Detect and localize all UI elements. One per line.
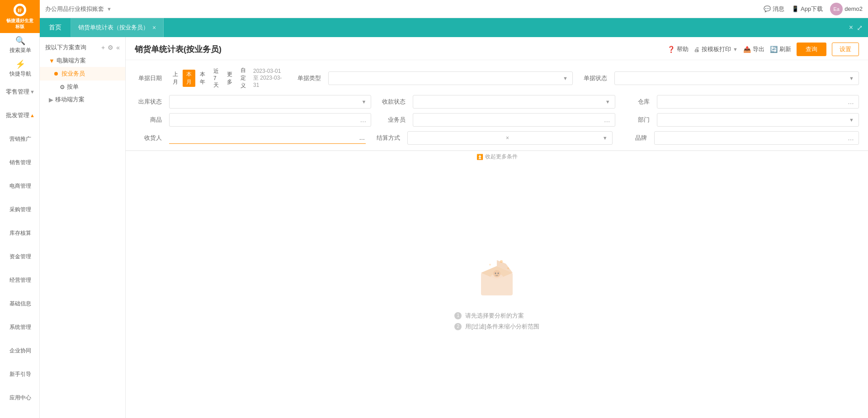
message-label: 消息 [773, 5, 784, 13]
payment-clear-icon[interactable]: × [506, 135, 509, 141]
docstatus-label: 单据状态 [580, 74, 607, 82]
date-tab-this-year[interactable]: 本年 [196, 70, 209, 87]
staff-select[interactable]: … [413, 113, 615, 127]
date-tab-7days[interactable]: 近7天 [210, 66, 222, 90]
doctype-label: 单据类型 [294, 74, 321, 82]
sidebar-item-guide[interactable]: 新手引导 [0, 362, 39, 386]
tab-minimize-btn[interactable]: × [849, 24, 853, 32]
sidebar-item-system[interactable]: 系统管理 [0, 315, 39, 339]
wholesale-arrow: ▲ [30, 113, 35, 118]
date-tab-last-month[interactable]: 上月 [169, 70, 182, 87]
tree-item-pc[interactable]: ▼ 电脑端方案 [40, 54, 125, 67]
topbar-left: 办公用品行业模拟账套 ▼ [45, 5, 112, 13]
receivestatus-select[interactable]: ▼ [413, 95, 615, 109]
tabbar: 首页 销货单统计表（按业务员） × × ⤢ [40, 18, 868, 37]
collapse-icon: ⏫ [476, 154, 483, 160]
payment-select[interactable]: × ▼ [407, 131, 612, 145]
date-control: 上月 本月 本年 近7天 更多 自定义 2023-03-01 至 2023-03… [169, 66, 287, 90]
export-btn[interactable]: 📤 导出 [743, 45, 764, 53]
message-btn[interactable]: 💬 消息 [764, 5, 784, 13]
sidebar-item-sales[interactable]: 销售管理 [0, 151, 39, 174]
help-btn[interactable]: ❓ 帮助 [667, 45, 689, 53]
sidebar-item-search[interactable]: 🔍 搜索菜单 [0, 33, 39, 57]
empty-illustration [470, 250, 524, 304]
tab-active-label: 销货单统计表（按业务员） [78, 24, 149, 32]
consignee-dots-icon: … [359, 134, 365, 141]
basic-label: 基础信息 [9, 300, 31, 308]
date-tab-more[interactable]: 更多 [223, 70, 236, 87]
svg-point-7 [489, 264, 491, 266]
empty-tips: 1 请先选择要分析的方案 2 用[过滤]条件来缩小分析范围 [454, 312, 539, 331]
sidebar-item-wholesale[interactable]: 批发管理 ▲ [0, 104, 39, 127]
brand-label: 品牌 [620, 134, 647, 142]
logo-icon: 好 [14, 4, 26, 16]
sidebar-item-ecommerce[interactable]: 电商管理 [0, 174, 39, 198]
collapse-row: ⏫ 收起更多条件 [126, 151, 868, 162]
consignee-label: 收货人 [135, 134, 162, 142]
sidebar-item-apps[interactable]: 应用中心 [0, 386, 39, 409]
tree-item-mobile-label: 移动端方案 [55, 95, 85, 104]
tree-item-mobile[interactable]: ▶ 移动端方案 [40, 93, 125, 106]
sidebar-item-purchase[interactable]: 采购管理 [0, 198, 39, 221]
outstatus-select[interactable]: ▼ [169, 95, 371, 109]
page-header: 销货单统计表(按业务员) ❓ 帮助 🖨 按模板打印 ▼ 📤 导出 [126, 37, 868, 60]
sidebar-item-label: 快捷导航 [9, 70, 31, 78]
filter-row-2: 出库状态 ▼ 收款状态 ▼ 仓库 … [135, 95, 859, 109]
tree-child-staff[interactable]: 按业务员 [40, 67, 125, 81]
export-label: 导出 [753, 45, 764, 53]
settings-scheme-btn[interactable]: ⚙ [108, 44, 113, 51]
sidebar-item-shortcut[interactable]: ⚡ 快捷导航 [0, 57, 39, 80]
print-btn[interactable]: 🖨 按模板打印 ▼ [694, 45, 738, 53]
sidebar-item-enterprise[interactable]: 企业协同 [0, 339, 39, 362]
tip-text-2: 用[过滤]条件来缩小分析范围 [465, 323, 539, 331]
settings-button[interactable]: 设置 [832, 43, 859, 56]
date-tabs: 上月 本月 本年 近7天 更多 自定义 [169, 66, 250, 90]
outstatus-label: 出库状态 [135, 98, 162, 106]
doctype-dropdown-icon: ▼ [563, 76, 568, 81]
query-button[interactable]: 查询 [797, 43, 826, 56]
tree-child-order[interactable]: ⚙ 按单 [40, 81, 125, 93]
sidebar-item-finance[interactable]: 资金管理 [0, 245, 39, 268]
goods-select[interactable]: … [169, 113, 371, 127]
sidebar-item-marketing[interactable]: 营销推广 [0, 127, 39, 151]
date-tab-custom[interactable]: 自定义 [237, 66, 250, 90]
app-download-btn[interactable]: 📱 App下载 [792, 5, 823, 13]
brand-select[interactable]: … [654, 131, 859, 145]
add-scheme-btn[interactable]: + [101, 44, 105, 51]
dept-select[interactable]: ▼ [657, 113, 859, 127]
sidebar-item-inventory[interactable]: 库存核算 [0, 221, 39, 245]
content-area: 按以下方案查询 + ⚙ « ▼ 电脑端方案 按业务员 ⚙ 按单 [40, 37, 868, 418]
doctype-select[interactable]: ▼ [328, 71, 573, 85]
tab-home[interactable]: 首页 [40, 18, 71, 37]
inventory-label: 库存核算 [9, 229, 31, 237]
sidebar-item-basic[interactable]: 基础信息 [0, 292, 39, 315]
user-menu[interactable]: Ea demo2 [830, 3, 863, 15]
export-icon: 📤 [743, 46, 751, 53]
payment-dropdown-icon: ▼ [603, 135, 608, 141]
svg-point-11 [498, 272, 499, 274]
consignee-input[interactable]: … [169, 132, 366, 144]
page-title: 销货单统计表(按业务员) [135, 44, 222, 55]
main-area: 办公用品行业模拟账套 ▼ 💬 消息 📱 App下载 Ea demo2 首页 [40, 0, 868, 418]
docstatus-select[interactable]: ▼ [614, 71, 859, 85]
tab-active[interactable]: 销货单统计表（按业务员） × [71, 18, 164, 37]
sidebar-item-wechat[interactable]: 企业微信 [0, 409, 39, 418]
empty-state: 1 请先选择要分析的方案 2 用[过滤]条件来缩小分析范围 [126, 162, 868, 418]
tab-maximize-btn[interactable]: ⤢ [857, 24, 863, 32]
sidebar-item-operations[interactable]: 经营管理 [0, 268, 39, 292]
filter-row-3: 商品 … 业务员 … 部门 ▼ [135, 113, 859, 127]
refresh-btn[interactable]: 🔄 刷新 [770, 45, 791, 53]
avatar-text: Ea [834, 6, 840, 12]
account-dropdown-icon[interactable]: ▼ [107, 6, 112, 12]
tab-home-label: 首页 [49, 24, 61, 32]
collapse-panel-btn[interactable]: « [116, 44, 120, 51]
collapse-btn[interactable]: ⏫ 收起更多条件 [476, 153, 518, 161]
help-icon: ❓ [667, 46, 675, 53]
tab-close-icon[interactable]: × [152, 24, 156, 31]
active-dot-icon [54, 72, 58, 76]
warehouse-select[interactable]: … [657, 95, 859, 109]
tree-expand-icon-mobile: ▶ [49, 96, 53, 103]
tip-num-1: 1 [454, 312, 462, 319]
date-tab-this-month[interactable]: 本月 [183, 70, 195, 87]
sidebar-item-retail[interactable]: 零售管理 ▼ [0, 80, 39, 104]
